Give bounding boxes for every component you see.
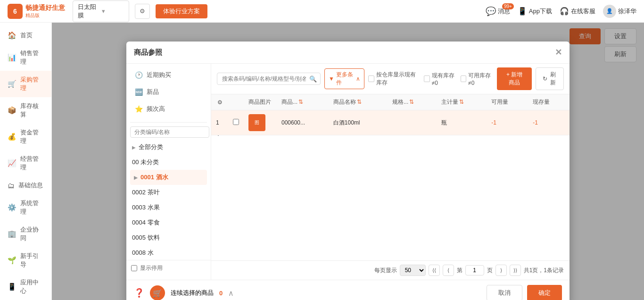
collapse-footer-icon[interactable]: ∧ xyxy=(228,289,234,298)
sidebar-label-enterprise: 企业协同 xyxy=(20,225,44,242)
product-search-icon[interactable]: 🔍 xyxy=(309,75,317,83)
cat-0001[interactable]: ▶ 0001 酒水 xyxy=(130,170,207,185)
cell-spec xyxy=(388,110,437,135)
new-item-icon: 🆕 xyxy=(135,88,143,96)
cat-0002-label: 0002 茶叶 xyxy=(132,188,160,197)
cat-0004-label: 0004 零食 xyxy=(132,218,160,227)
recent-buy-icon: 🕐 xyxy=(135,71,143,79)
high-freq-icon: ⭐ xyxy=(135,105,143,113)
messages-nav[interactable]: 💬 消息 99+ xyxy=(486,6,510,17)
th-settings[interactable]: ⚙ xyxy=(211,94,228,110)
display-disabled-checkbox[interactable] xyxy=(131,265,137,271)
cart-btn[interactable]: 🛒 xyxy=(150,285,165,300)
cell-no: 1 xyxy=(211,110,228,135)
avatar: 👤 xyxy=(603,5,616,18)
cat-arrow-0001: ▶ xyxy=(134,175,138,180)
cat-0004[interactable]: 0004 零食 xyxy=(130,215,207,230)
user-nav[interactable]: 👤 徐泽华 xyxy=(603,5,636,18)
th-code[interactable]: 商品...⇅ xyxy=(277,94,329,110)
store-selector[interactable]: 日太阳膜 ▾ xyxy=(73,0,129,22)
cancel-button[interactable]: 取消 xyxy=(487,285,522,300)
toolbar-right: + 新增商品 ↻ 刷新 xyxy=(497,67,564,90)
high-freq-item[interactable]: ⭐ 频次高 xyxy=(130,101,207,117)
page-first-btn[interactable]: ⟨⟨ xyxy=(429,265,440,276)
product-table-wrap: ⚙ 商品图片 商品...⇅ 商品名称⇅ xyxy=(211,94,570,260)
page-input[interactable] xyxy=(465,265,484,275)
sidebar-item-operations[interactable]: 📈 经营管理 xyxy=(0,150,51,176)
cat-0005[interactable]: 0005 饮料 xyxy=(130,230,207,245)
checkbox-nonzero-available[interactable]: 可用库存≠0 xyxy=(461,72,493,86)
sidebar-item-purchase[interactable]: 🛒 采购管理 xyxy=(0,71,51,97)
category-search-row: 🔍 xyxy=(126,125,211,140)
checkbox-nonzero-stock[interactable]: 现有库存≠0 xyxy=(424,72,456,86)
cell-name: 白酒100ml xyxy=(329,110,388,135)
cell-available: -1 xyxy=(487,110,528,135)
exp-button[interactable]: 体验行业方案 xyxy=(156,4,207,18)
cell-stock: -1 xyxy=(528,110,570,135)
sidebar-item-stock[interactable]: 📦 库存核算 xyxy=(0,97,51,124)
add-product-btn[interactable]: + 新增商品 xyxy=(497,67,532,90)
category-search-input[interactable] xyxy=(130,126,209,138)
cat-0008[interactable]: 0008 水 xyxy=(130,245,207,260)
checkbox-nonzero-stock-label: 现有库存≠0 xyxy=(432,72,457,86)
filter-icon: ▼ xyxy=(329,75,334,82)
modal-close-btn[interactable]: ✕ xyxy=(555,47,562,58)
main-layout: 🏠 首页 📊 销售管理 🛒 采购管理 📦 库存核算 💰 资金管理 📈 经营管理 … xyxy=(0,23,644,300)
sidebar-item-finance[interactable]: 💰 资金管理 xyxy=(0,124,51,150)
sidebar-item-basic[interactable]: 🗂 基础信息 xyxy=(0,176,51,194)
th-name[interactable]: 商品名称⇅ xyxy=(329,94,388,110)
sidebar-item-sales[interactable]: 📊 销售管理 xyxy=(0,44,51,71)
stock-icon: 📦 xyxy=(8,106,17,115)
page-suffix: 页 xyxy=(487,267,493,275)
cat-00[interactable]: 00 未分类 xyxy=(130,155,207,170)
sidebar-item-home[interactable]: 🏠 首页 xyxy=(0,26,51,44)
th-unit[interactable]: 主计量⇅ xyxy=(437,94,487,110)
cell-check[interactable] xyxy=(228,110,244,135)
checkbox-show-stock[interactable]: 按仓库显示现有库存 xyxy=(368,71,420,87)
new-item-label: 新品 xyxy=(147,88,159,96)
sort-unit-icon: ⇅ xyxy=(459,99,464,105)
sidebar-item-apps[interactable]: 📱 应用中心 xyxy=(0,274,51,300)
service-nav[interactable]: 🎧 在线客服 xyxy=(560,7,595,16)
filter-arrow: ∧ xyxy=(356,75,360,82)
help-icon[interactable]: ❓ xyxy=(134,288,144,298)
product-img: 图 xyxy=(248,114,265,131)
th-img: 商品图片 xyxy=(244,94,277,110)
page-last-btn[interactable]: ⟩⟩ xyxy=(510,265,521,276)
modal-header: 商品参照 ✕ xyxy=(126,42,570,64)
modal-footer: ❓ 🛒 连续选择的商品 0 ∧ 取消 确定 xyxy=(126,280,570,300)
display-disabled-row[interactable]: 显示停用 xyxy=(126,260,211,276)
refresh-btn[interactable]: ↻ 刷新 xyxy=(536,67,564,90)
settings-btn[interactable]: ⚙ xyxy=(135,4,150,19)
page-prev-btn[interactable]: ⟨ xyxy=(443,265,454,276)
cell-code: 000600... xyxy=(277,110,329,135)
cat-0001-label: 0001 酒水 xyxy=(140,173,168,182)
th-spec[interactable]: 规格...⇅ xyxy=(388,94,437,110)
table-body: 1 图 000600... 白酒100ml 瓶 -1 xyxy=(211,110,570,135)
row-checkbox[interactable] xyxy=(233,119,239,125)
product-search-input[interactable] xyxy=(217,73,321,85)
cell-img: 图 xyxy=(244,110,277,135)
checkbox-show-stock-label: 按仓库显示现有库存 xyxy=(376,71,421,87)
sidebar-item-guide[interactable]: 🌱 新手引导 xyxy=(0,247,51,274)
top-nav: 6 畅捷通好生意 精品版 日太阳膜 ▾ ⚙ 体验行业方案 💬 消息 99+ 📱 … xyxy=(0,0,644,23)
sort-code-icon: ⇅ xyxy=(298,99,303,105)
app-download-nav[interactable]: 📱 App下载 xyxy=(518,7,552,16)
checkbox-nonzero-stock-box xyxy=(424,75,429,82)
page-next-btn[interactable]: ⟩ xyxy=(495,265,507,276)
cat-all[interactable]: ▶ 全部分类 xyxy=(130,140,207,155)
recent-buy-item[interactable]: 🕐 近期购买 xyxy=(130,67,207,83)
per-page-select[interactable]: 50 100 xyxy=(400,265,426,276)
sidebar-label-sales: 销售管理 xyxy=(20,49,44,66)
sidebar-item-system[interactable]: ⚙️ 系统管理 xyxy=(0,194,51,221)
new-item-nav[interactable]: 🆕 新品 xyxy=(130,84,207,100)
sidebar: 🏠 首页 📊 销售管理 🛒 采购管理 📦 库存核算 💰 资金管理 📈 经营管理 … xyxy=(0,23,52,300)
confirm-button[interactable]: 确定 xyxy=(527,285,562,300)
recent-buy-label: 近期购买 xyxy=(147,71,171,79)
filter-button[interactable]: ▼ 更多条件 ∧ xyxy=(324,68,364,89)
cat-0002[interactable]: 0002 茶叶 xyxy=(130,185,207,200)
table-row[interactable]: 1 图 000600... 白酒100ml 瓶 -1 xyxy=(211,110,570,135)
sidebar-item-enterprise[interactable]: 🏢 企业协同 xyxy=(0,221,51,247)
cat-0003[interactable]: 0003 水果 xyxy=(130,200,207,215)
refresh-icon: ↻ xyxy=(543,75,547,82)
